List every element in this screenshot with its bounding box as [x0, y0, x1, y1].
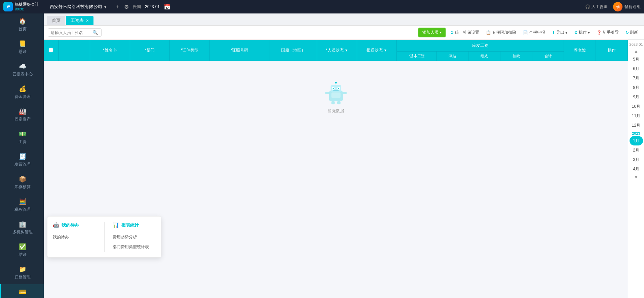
xiaochang-icon: 💳 [19, 288, 26, 296]
new-guide-icon: ❓ [597, 30, 602, 35]
th-id [58, 40, 90, 61]
svg-rect-8 [333, 90, 339, 91]
user-info[interactable]: 畅 畅捷通组 [613, 2, 641, 11]
tax-report-button[interactable]: 📄 个税申报 [521, 28, 547, 37]
customer-service-button[interactable]: 🎧 人工咨询 [585, 4, 608, 10]
th-deduct: 扣款 [500, 52, 532, 61]
social-security-button[interactable]: ⚙ 统一社保设置 [448, 28, 481, 37]
home-icon: 🏠 [19, 18, 26, 25]
sidebar-item-archive[interactable]: 📁 归档管理 [0, 262, 44, 284]
popup-divider [104, 222, 105, 252]
th-total: 合计 [532, 52, 564, 61]
sidebar-label: 库存核算 [14, 184, 31, 190]
month-item-5[interactable]: 5月 [630, 55, 643, 64]
sidebar-label: 结账 [18, 252, 27, 258]
operate-dropdown-icon: ▾ [588, 30, 590, 35]
month-item-10[interactable]: 10月 [630, 102, 643, 111]
popup-todo-header: 🤖 我的待办 [53, 222, 96, 228]
logo-icon: 好 [3, 2, 13, 11]
sidebar-label: 税务管理 [14, 207, 31, 212]
month-item-9[interactable]: 9月 [630, 92, 643, 102]
month-nav-up[interactable]: ▲ [631, 48, 642, 55]
refresh-button[interactable]: ↻ 刷新 [623, 28, 640, 37]
empty-state: 暂无数据 [44, 61, 628, 134]
settle-icon: ✅ [19, 243, 26, 251]
sidebar-item-inventory[interactable]: 📦 库存核算 [0, 171, 44, 194]
popup-report-item-1[interactable]: 费用趋势分析 [113, 232, 156, 242]
popup-todo-item-1[interactable]: 我的待办 [53, 232, 96, 242]
month-item-12[interactable]: 12月 [630, 121, 643, 130]
app-sub: 旗舰版 [15, 7, 39, 11]
year-label-2023: 2023 [632, 131, 640, 135]
search-input[interactable] [51, 30, 91, 35]
th-op: 操作 [596, 40, 628, 61]
sidebar-item-settle[interactable]: ✅ 结账 [0, 239, 44, 262]
th-checkbox[interactable] [44, 40, 59, 61]
sidebar-label: 发票管理 [14, 162, 31, 167]
settings-icon[interactable]: ⚙ [124, 4, 129, 10]
company-name: 西安虾米网络科技有限公司 [50, 4, 102, 10]
popup-col-report: 📊 报表统计 费用趋势分析 部门费用类型统计表 [113, 222, 156, 252]
sidebar-item-invoice[interactable]: 🧾 发票管理 [0, 149, 44, 171]
export-button[interactable]: ⬇ 导出 ▾ [550, 28, 569, 37]
company-selector[interactable]: 西安虾米网络科技有限公司 ▾ [47, 2, 109, 11]
svg-point-7 [335, 82, 337, 84]
svg-point-5 [338, 88, 339, 89]
month-item-4[interactable]: 4月 [630, 164, 643, 174]
tab-close-icon[interactable]: ✕ [86, 19, 89, 23]
sidebar-item-ledger[interactable]: 📒 总账 [0, 36, 44, 59]
month-item-8[interactable]: 8月 [630, 83, 643, 92]
svg-rect-11 [343, 92, 346, 94]
sidebar-item-cloud-report[interactable]: ☁️ 云报表中心 [0, 59, 44, 81]
month-item-11[interactable]: 11月 [630, 111, 643, 121]
tax-report-label: 个税申报 [529, 30, 545, 35]
month-item-6[interactable]: 6月 [630, 64, 643, 73]
th-dept: *部门 [130, 40, 169, 61]
empty-robot-icon [323, 81, 349, 108]
export-icon: ⬇ [552, 30, 555, 35]
month-item-2[interactable]: 2月 [630, 145, 643, 155]
svg-point-4 [333, 88, 334, 89]
sidebar-item-assets[interactable]: 🏭 固定资产 [0, 104, 44, 126]
tab-home[interactable]: 首页 [47, 16, 65, 25]
sidebar-item-tax[interactable]: 🧮 税务管理 [0, 194, 44, 217]
select-all-checkbox[interactable] [49, 48, 53, 52]
month-item-7[interactable]: 7月 [630, 73, 643, 83]
sidebar-label: 总账 [18, 49, 27, 55]
new-guide-label: 新手引导 [603, 30, 619, 35]
month-nav-down[interactable]: ▼ [631, 174, 642, 180]
month-item-3[interactable]: 3月 [630, 155, 643, 164]
sidebar-item-salary[interactable]: 💵 工资 [0, 126, 44, 149]
sidebar: 🏠 首页 📒 总账 ☁️ 云报表中心 💰 资金管理 🏭 固定资产 💵 工资 🧾 … [0, 13, 44, 298]
empty-text: 暂无数据 [328, 108, 344, 114]
sidebar-item-multi-org[interactable]: 🏢 多机构管理 [0, 217, 44, 239]
svg-rect-13 [337, 101, 341, 104]
fund-icon: 💰 [19, 85, 26, 93]
social-security-icon: ⚙ [450, 30, 454, 35]
search-box[interactable]: 🔍 [48, 28, 102, 37]
sidebar-item-home[interactable]: 🏠 首页 [0, 13, 44, 36]
special-deduct-button[interactable]: 📋 专项附加扣除 [484, 28, 518, 37]
new-guide-button[interactable]: ❓ 新手引导 [595, 28, 621, 37]
tab-salary-label: 工资表 [71, 18, 84, 24]
sidebar-item-xiaochang[interactable]: 💳 小畅报销 [0, 284, 44, 298]
add-button[interactable]: ＋ [115, 3, 120, 10]
popup-todo-title: 我的待办 [62, 222, 79, 228]
chevron-down-icon: ▾ [104, 4, 107, 9]
th-salary-group: 应发工资 [397, 40, 564, 52]
popup-report-item-2[interactable]: 部门费用类型统计表 [113, 242, 156, 252]
operate-button[interactable]: ⚙ 操作 ▾ [572, 28, 592, 37]
th-bonus: 绩效 [468, 52, 500, 61]
popup-menu: 🤖 我的待办 我的待办 📊 报表统计 费用趋势分析 部门费用类型统计表 [47, 216, 161, 258]
th-base-salary: *基本工资 [397, 52, 437, 61]
avatar: 畅 [613, 2, 622, 11]
header-actions: ＋ ⚙ 账期 2023-01 📅 [115, 3, 171, 10]
add-person-button[interactable]: 添加人员 ▾ [418, 28, 446, 37]
sidebar-item-fund[interactable]: 💰 资金管理 [0, 81, 44, 104]
tab-salary[interactable]: 工资表 ✕ [66, 16, 93, 25]
avatar-text: 畅 [616, 4, 620, 9]
month-item-1[interactable]: 1月 [630, 136, 643, 145]
assets-icon: 🏭 [19, 108, 26, 115]
tax-icon: 🧮 [19, 198, 26, 205]
calendar-icon[interactable]: 📅 [164, 4, 171, 10]
